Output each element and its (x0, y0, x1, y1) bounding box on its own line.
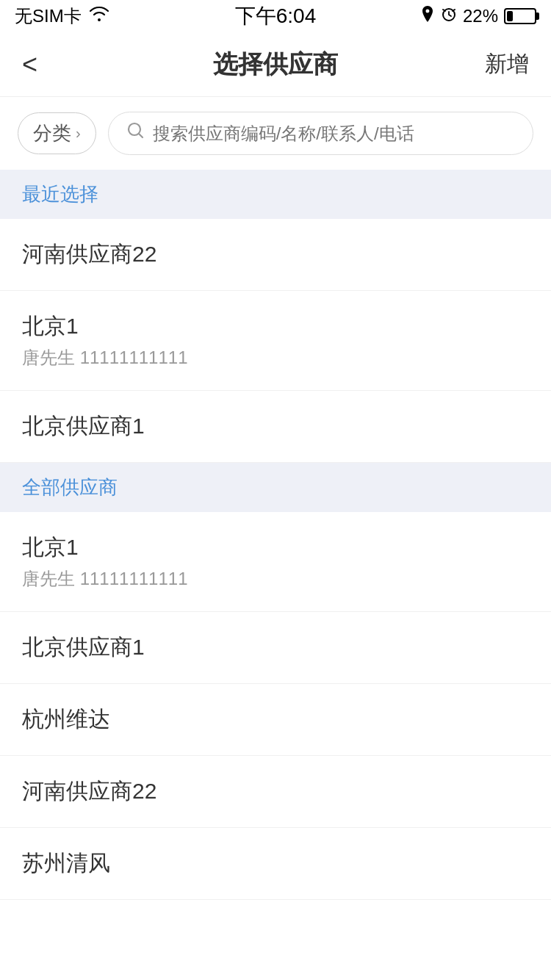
category-label: 分类 (33, 120, 71, 146)
battery-icon (504, 8, 536, 24)
add-button[interactable]: 新增 (470, 49, 529, 79)
status-bar: 无SIM卡 下午6:04 22% (0, 0, 551, 32)
search-icon (126, 121, 145, 145)
status-time: 下午6:04 (235, 2, 317, 30)
section-header-text: 全部供应商 (22, 476, 118, 498)
alarm-icon (441, 6, 457, 26)
location-icon (420, 6, 435, 26)
list-item[interactable]: 北京供应商1 (0, 391, 551, 463)
list-item[interactable]: 河南供应商22 (0, 756, 551, 828)
search-input-wrap[interactable] (108, 112, 533, 155)
status-right: 22% (420, 6, 536, 26)
nav-bar: < 选择供应商 新增 (0, 32, 551, 97)
item-name: 河南供应商22 (22, 239, 529, 270)
item-name: 苏州清风 (22, 849, 529, 879)
page-title: 选择供应商 (81, 48, 470, 82)
back-button[interactable]: < (22, 49, 81, 80)
section-header-all: 全部供应商 (0, 463, 551, 512)
chevron-right-icon: › (76, 125, 81, 142)
list-item[interactable]: 河南供应商22 (0, 219, 551, 291)
list-item[interactable]: 北京供应商1 (0, 612, 551, 684)
battery-fill (507, 11, 513, 21)
wifi-icon (89, 6, 109, 26)
sections-container: 最近选择河南供应商22北京1唐先生 11111111111北京供应商1全部供应商… (0, 170, 551, 900)
item-name: 北京1 (22, 533, 529, 563)
item-contact: 唐先生 11111111111 (22, 567, 529, 591)
search-input[interactable] (153, 123, 515, 144)
category-button[interactable]: 分类 › (18, 112, 96, 154)
item-name: 北京1 (22, 311, 529, 342)
item-contact: 唐先生 11111111111 (22, 346, 529, 370)
battery-percentage: 22% (463, 6, 498, 26)
section-header-recent: 最近选择 (0, 170, 551, 219)
item-name: 北京供应商1 (22, 633, 529, 663)
list-item[interactable]: 杭州维达 (0, 684, 551, 756)
list-item[interactable]: 北京1唐先生 11111111111 (0, 512, 551, 612)
item-name: 杭州维达 (22, 705, 529, 735)
list-item[interactable]: 苏州清风 (0, 828, 551, 900)
section-header-text: 最近选择 (22, 183, 98, 205)
carrier-text: 无SIM卡 (15, 4, 82, 28)
item-name: 北京供应商1 (22, 411, 529, 442)
search-bar: 分类 › (0, 97, 551, 170)
list-item[interactable]: 北京1唐先生 11111111111 (0, 291, 551, 391)
status-left: 无SIM卡 (15, 4, 109, 28)
item-name: 河南供应商22 (22, 777, 529, 807)
